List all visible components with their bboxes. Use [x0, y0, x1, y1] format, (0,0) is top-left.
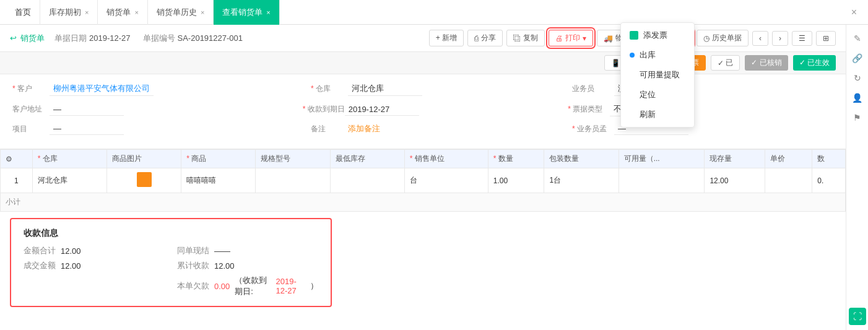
sales-order-icon: ↩ — [10, 33, 17, 43]
doc-date-value: 2019-12-27 — [89, 33, 131, 43]
truck-icon: 🚚 — [604, 34, 613, 43]
sidebar-refresh-icon[interactable]: ↻ — [849, 69, 866, 87]
doc-no-label: 单据编号 — [143, 33, 175, 44]
cell-unit: 台 — [404, 168, 488, 193]
warehouse-value[interactable]: 河北仓库 — [348, 82, 422, 96]
add-invoice-label: 添发票 — [643, 30, 667, 41]
content-area: ↩ 销货单 单据日期 2019-12-27 单据编号 SA-20191227-0… — [0, 25, 846, 330]
doc-no-value: SA-20191227-001 — [178, 33, 243, 43]
address-label: 客户地址 — [12, 104, 50, 115]
position-label: 定位 — [640, 89, 656, 100]
add-note-button[interactable]: 添加备注 — [348, 123, 380, 134]
tab-sales-label: 销货单 — [106, 7, 131, 18]
cumulative-label: 累计收款 — [177, 260, 209, 271]
sidebar-user-icon[interactable]: 👤 — [849, 89, 866, 106]
col-warehouse: 仓库 — [32, 150, 106, 168]
cell-num: 1 — [1, 168, 33, 193]
tab-sales-close[interactable]: × — [134, 9, 138, 16]
print-icon: 🖨 — [555, 34, 563, 43]
staff-label: 业务员 — [572, 84, 609, 94]
tab-sales[interactable]: 销货单 × — [98, 0, 147, 25]
note-label: 备注 — [311, 124, 348, 134]
nav-next-button[interactable]: › — [772, 31, 788, 46]
sidebar-edit-icon[interactable]: ✎ — [849, 30, 866, 47]
col-qty: 数量 — [488, 150, 544, 168]
tab-inventory[interactable]: 库存期初 × — [40, 0, 98, 25]
share-button[interactable]: ⎙ 分享 — [467, 30, 503, 46]
nav-prev-button[interactable]: ‹ — [752, 31, 768, 46]
col-price: 单价 — [765, 150, 812, 168]
cell-stock: 12.00 — [705, 168, 765, 193]
dropdown-outbound[interactable]: 出库 — [621, 45, 694, 65]
customer-value[interactable]: 柳州粤港平安气体有限公司 — [50, 82, 154, 96]
outbound-label: 出库 — [640, 50, 656, 61]
tab-home[interactable]: 首页 — [6, 0, 40, 25]
total-value: 12.00 — [61, 246, 81, 256]
cell-product: 嘻嘻嘻嘻 — [181, 168, 256, 193]
form-row-1: 客户 柳州粤港平安气体有限公司 仓库 河北仓库 业务员 演示账号 — [12, 82, 833, 96]
project-value: — — [50, 123, 124, 135]
table-wrapper: ⚙ 仓库 商品图片 商品 规格型号 最低库存 销售单位 数量 包装数量 可用量（… — [0, 149, 846, 330]
col-unit: 销售单位 — [404, 150, 488, 168]
done-check-button[interactable]: ✓ 已 — [711, 55, 740, 71]
sidebar-flag-icon[interactable]: ⚑ — [849, 109, 866, 126]
sidebar-expand-icon[interactable]: ⛶ — [849, 308, 866, 325]
history-button[interactable]: ◷ 历史单据 — [697, 30, 749, 46]
print-dropdown-icon: ▾ — [583, 34, 586, 43]
note-field: 备注 添加备注 — [311, 123, 572, 134]
dropdown-quantity-pick[interactable]: 可用量提取 — [621, 65, 694, 85]
doc-no-field: 单据编号 SA-20191227-001 — [143, 33, 243, 44]
project-field: 项目 — — [12, 123, 274, 135]
cell-other: 0. — [812, 168, 846, 193]
dropdown-refresh[interactable]: 刷新 — [621, 105, 694, 124]
cell-price — [765, 168, 812, 193]
sidebar-link-icon[interactable]: 🔗 — [849, 50, 866, 67]
tab-view-sales-close[interactable]: × — [266, 9, 270, 16]
total-label: 金额合计 — [24, 245, 56, 256]
view-grid-button[interactable]: ⊞ — [816, 31, 836, 46]
same-order-label: 同单现结 — [177, 245, 209, 256]
view-list-button[interactable]: ☰ — [792, 31, 812, 46]
tab-view-sales[interactable]: 查看销货单 × — [214, 0, 279, 25]
tab-inventory-close[interactable]: × — [85, 9, 89, 16]
col-spec: 规格型号 — [256, 150, 330, 168]
cell-image — [106, 168, 181, 193]
effective-button[interactable]: ✓ 已生效 — [793, 55, 836, 71]
tab-sales-history[interactable]: 销货单历史 × — [148, 0, 214, 25]
tab-sales-history-close[interactable]: × — [201, 9, 204, 16]
outbound-icon — [630, 53, 635, 58]
staff-field: 业务员 演示账号 — [572, 82, 833, 96]
window-close-button[interactable]: × — [846, 4, 862, 20]
effective-check-icon: ✓ — [799, 58, 805, 67]
dropdown-add-invoice[interactable]: 添发票 — [621, 25, 694, 45]
cell-min-stock — [330, 168, 404, 193]
check-icon: ✓ — [718, 59, 724, 67]
copy-button[interactable]: ⿻ 复制 — [506, 30, 545, 46]
doc-title-section: ↩ 销货单 — [10, 33, 45, 44]
sales-staff2-label: 业务员孟 — [572, 124, 609, 134]
tab-inventory-label: 库存期初 — [49, 7, 81, 18]
form-area: 客户 柳州粤港平安气体有限公司 仓库 河北仓库 业务员 演示账号 客户地址 — — [0, 74, 846, 149]
deal-row: 成交金额 12.00 — [24, 260, 165, 271]
quantity-pick-label: 可用量提取 — [640, 69, 680, 80]
col-other: 数 — [812, 150, 846, 168]
payment-grid: 金额合计 12.00 同单现结 —— 成交金额 12.00 累计收款 12.00 — [24, 245, 318, 297]
warehouse-field: 仓库 河北仓库 — [311, 82, 572, 96]
cell-spec — [256, 168, 330, 193]
sold-button[interactable]: ✓ 已核销 — [745, 55, 788, 71]
cell-warehouse: 河北仓库 — [32, 168, 106, 193]
table-header: ⚙ 仓库 商品图片 商品 规格型号 最低库存 销售单位 数量 包装数量 可用量（… — [1, 150, 846, 168]
doc-meta: 单据日期 2019-12-27 单据编号 SA-20191227-001 — [54, 33, 243, 44]
doc-title-label: 销货单 — [20, 33, 45, 44]
col-min-stock: 最低库存 — [330, 150, 404, 168]
print-button[interactable]: 🖨 打印 ▾ — [549, 30, 593, 46]
dropdown-position[interactable]: 定位 — [621, 85, 694, 105]
new-button[interactable]: + 新增 — [429, 30, 464, 46]
products-table: ⚙ 仓库 商品图片 商品 规格型号 最低库存 销售单位 数量 包装数量 可用量（… — [0, 149, 846, 212]
cell-pack-qty: 1台 — [544, 168, 618, 193]
payment-date-value[interactable]: 2019-12-27 — [345, 103, 419, 116]
col-gear: ⚙ — [1, 150, 33, 168]
total-row: 金额合计 12.00 — [24, 245, 165, 256]
history-icon: ◷ — [703, 34, 710, 43]
payment-date-label: 收款到期日 — [303, 104, 345, 115]
